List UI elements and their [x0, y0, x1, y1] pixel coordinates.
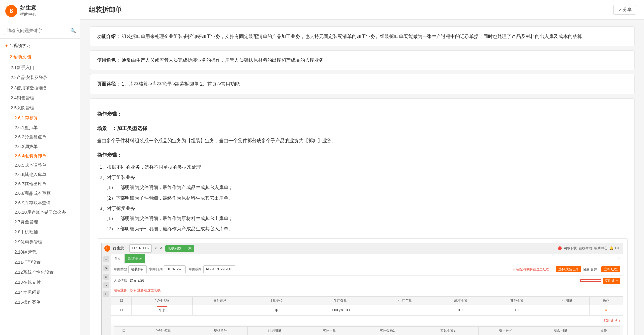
sidebar-item-2-6[interactable]: − 2.6库存核算: [0, 113, 80, 123]
field-type: 单据类型 组装拆卸: [114, 265, 147, 273]
path-label: 页面路径：: [97, 81, 120, 87]
main-header: 组装拆卸单 ↗ 分享: [80, 0, 644, 20]
field-bill: 单据编号 AD-20191226-001: [189, 265, 235, 273]
share-button[interactable]: ↗ 分享: [613, 5, 636, 15]
arrow-up-icon: ↑: [619, 318, 621, 324]
logo-icon: 6: [5, 5, 17, 17]
scene1-desc: 当由多个子件材料组装成一个成品的业务为【组装】业务，当由一个父件拆分成多个子产品…: [97, 136, 628, 145]
sidebar-item-2-5[interactable]: 2.5采购管理: [0, 103, 80, 113]
sidebar-item-2-9[interactable]: + 2.9优惠券管理: [0, 237, 80, 247]
sidebar-item-2-13[interactable]: + 2.13在线支付: [0, 277, 80, 287]
search-button[interactable]: 🔍: [70, 28, 76, 33]
arrow-icon-1: →: [551, 266, 554, 273]
mock-screenshot: 6 好生意 TEST-H002 ▼ ⚙ 切换到旗下一家 🔴 App下载 在线帮助…: [101, 243, 623, 335]
sidebar-item-2-6-5[interactable]: 2.6.5成本调整单: [0, 161, 80, 170]
path-text: 1、库存核算->库存管理->组装拆卸单 2、首页->常用功能: [122, 81, 240, 87]
screenshot-tabs: 自页 新建单据 ✕: [111, 254, 623, 263]
col-actual-qty: 实际用量: [302, 327, 357, 335]
sidebar-item-2-14[interactable]: + 2.14常见问题: [0, 287, 80, 297]
cell-check[interactable]: ☐: [111, 305, 132, 316]
sidebar-item-2-6-8[interactable]: 2.6.8商品成本重算: [0, 189, 80, 198]
brand-name: 好生意: [20, 5, 36, 12]
tab-new-bill[interactable]: 新建单据: [125, 254, 145, 263]
sidebar-item-2-8[interactable]: + 2.8手机旺辅: [0, 227, 80, 237]
sidebar-item-2-6-6[interactable]: 2.6.6其他入库单: [0, 170, 80, 179]
disassemble-link[interactable]: 【拆卸】: [304, 138, 322, 143]
screenshot-switch-btn[interactable]: 切换到旗下一家: [165, 245, 194, 252]
sidebar-item-2-6-3[interactable]: 2.6.3调拨单: [0, 142, 80, 151]
lower-table-head: ☐ *子件名称 规格型号 计划用量 实际用量 实际金额1 实际金额2 费用分担: [114, 327, 620, 335]
screenshot-icons: 🔴 App下载 在线帮助 帮助中心 🔔 CC: [558, 245, 620, 252]
group-link[interactable]: 【组装】: [186, 138, 205, 143]
cell-cost: 0.00: [433, 305, 489, 316]
annotation-text-1: 有装配清单的在这里处理: [513, 266, 549, 272]
cell-unit: 件: [248, 305, 304, 316]
role-text: 通常由生产人员或库管人员完成拆装业务的操作，库管人员确认原材料的出库和产成品的入…: [122, 57, 324, 63]
sidebar-item-2-6-1[interactable]: 2.6.1盘点单: [0, 123, 80, 132]
search-input[interactable]: [4, 26, 68, 35]
sidebar-item-2-6-4[interactable]: 2.6.4组装拆卸单: [0, 151, 80, 161]
strip-icon-3: ⊞: [103, 274, 109, 280]
screenshot-upper-table: ☐ *父件名称 父件规格 计量单位 生产数量 生产产量 成本金额 其他金额: [111, 295, 623, 317]
sidebar-item-2-2[interactable]: 2.2产品安装及登录: [0, 73, 80, 83]
col-check: ☐: [111, 297, 132, 305]
col-prod-output: 生产产量: [377, 297, 433, 305]
scene1-title: 场景一：加工类型选择: [97, 124, 628, 133]
screenshot-dropdown-icon: ▼: [154, 246, 157, 251]
collapse-icon: −: [5, 55, 8, 59]
tab-close[interactable]: ✕: [615, 254, 623, 263]
strip-icon-1: ≡: [103, 256, 109, 262]
sidebar-item-2-11[interactable]: + 2.11打印设置: [0, 257, 80, 267]
screenshot-brand: 好生意: [113, 245, 124, 252]
strip-icon-5: ⊡: [103, 291, 109, 297]
cell-parent-name: 米米: [132, 305, 192, 316]
immediate-process-btn[interactable]: 立即处理: [601, 266, 620, 272]
col-plan-qty: 计划用量: [248, 327, 302, 335]
content-area: 功能介绍： 组装拆卸单用来处理企业组装或拆卸等加工业务，支持有固定装配清单的产品…: [80, 20, 644, 335]
ops-title: 操作步骤：: [97, 109, 628, 118]
col-parent-spec: 父件规格: [192, 297, 248, 305]
sidebar-item-2-6-10[interactable]: 2.6.10库存账本错了怎么办: [0, 208, 80, 217]
sidebar-item-2-4[interactable]: 2.4销售管理: [0, 93, 80, 103]
sidebar-item-2-15[interactable]: + 2.15操作案例: [0, 297, 80, 308]
field-date-value: 2019-12-26: [164, 265, 186, 273]
step3-sub1: （1）上部明细为父件明细，最终作为原材料生成其它出库单；: [104, 214, 628, 223]
sidebar-item-docs[interactable]: − 2.帮助文档: [0, 51, 80, 63]
cell-prod-qty: 1.00个×1.00: [304, 305, 377, 316]
sidebar-item-2-1[interactable]: 2.1新手入门: [0, 63, 80, 73]
path-block: 页面路径： 1、库存核算->库存管理->组装拆卸单 2、首页->常用功能: [90, 74, 635, 94]
share-icon: ↗: [618, 7, 622, 12]
screenshot-logo: 6: [104, 245, 110, 252]
col-unit: 计量单位: [248, 297, 304, 305]
tab-home[interactable]: 自页: [111, 254, 125, 263]
col-prod-qty: 生产数量: [304, 297, 377, 305]
col-remain: 剩余用量: [533, 327, 588, 335]
field-bill-value: AD-20191226-001: [203, 265, 235, 273]
col-actual-amt1: 实际金额1: [357, 327, 418, 335]
sidebar-item-2-12[interactable]: + 2.12系统个性化设置: [0, 267, 80, 277]
ops-steps-title: 操作步骤：: [97, 150, 628, 159]
step2-sub1: （1）上部明细为父件明细，最终作为产成品生成其它入库单；: [104, 183, 628, 192]
sidebar-item-2-6-9[interactable]: 2.6.9库存账本查询: [0, 198, 80, 208]
cell-parent-spec: [192, 305, 248, 316]
upper-table-head: ☐ *父件名称 父件规格 计量单位 生产数量 生产产量 成本金额 其他金额: [111, 297, 623, 305]
warehouse-btn[interactable]: 立即处理: [603, 278, 620, 284]
cell-available: [545, 305, 590, 316]
sidebar-item-2-3[interactable]: 2.3使用前数据准备: [0, 83, 80, 93]
step3-sub2: （2）下部明细为子件明细，最终作为产成品生成其它入库单。: [104, 224, 628, 233]
expand-icon: +: [5, 43, 8, 48]
col-other: 其他金额: [489, 297, 545, 305]
sidebar-header: 6 好生意 帮助中心: [0, 0, 80, 22]
col-ops2: 操作: [588, 327, 620, 335]
sidebar-item-2-6-2[interactable]: 2.6.2分量盘点单: [0, 132, 80, 142]
sidebar-item-2-7[interactable]: + 2.7资金管理: [0, 217, 80, 227]
sidebar-item-2-10[interactable]: + 2.10经营管理: [0, 247, 80, 257]
sidebar: 6 好生意 帮助中心 🔍 + 1.视频学习 − 2.帮助文档 2.1新手入门 2…: [0, 0, 80, 335]
warehouse-input[interactable]: [580, 279, 601, 282]
select-product-btn[interactable]: 选择成品仓库: [556, 266, 581, 272]
upper-table-header-row: ☐ *父件名称 父件规格 计量单位 生产数量 生产产量 成本金额 其他金额: [111, 297, 623, 305]
sidebar-item-2-6-7[interactable]: 2.6.7其他出库单: [0, 179, 80, 189]
role-label: 使用角色：: [97, 57, 120, 63]
annotation-text-3: 启用处理: [604, 318, 617, 324]
sidebar-item-video[interactable]: + 1.视频学习: [0, 40, 80, 51]
